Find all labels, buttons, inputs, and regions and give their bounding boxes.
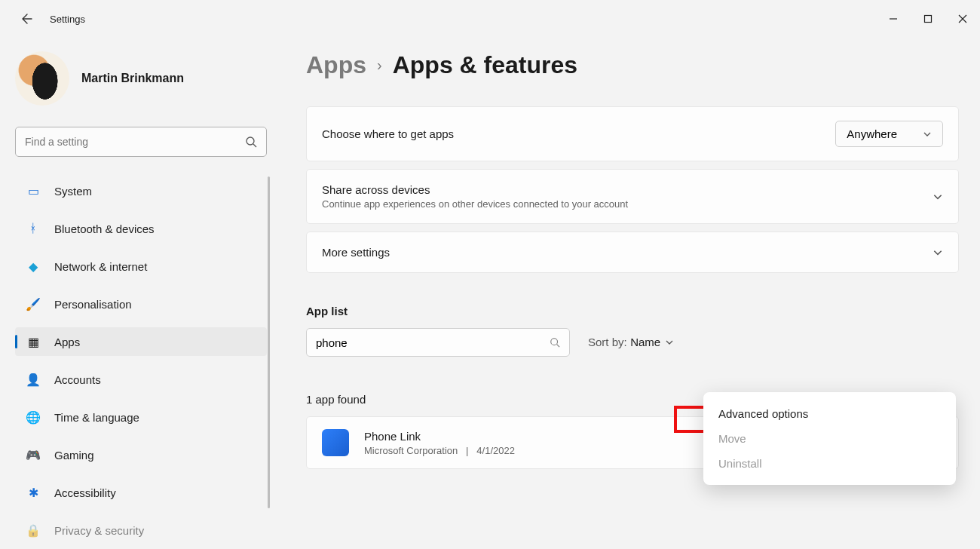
sidebar-item-accounts[interactable]: 👤Accounts bbox=[15, 365, 267, 394]
nav: ▭System ᚼBluetooth & devices ◆Network & … bbox=[15, 176, 267, 544]
menu-item-move: Move bbox=[703, 426, 956, 451]
app-publisher: Microsoft Corporation | 4/1/2022 bbox=[364, 445, 515, 456]
network-icon: ◆ bbox=[26, 259, 41, 274]
chevron-down-icon bbox=[665, 338, 674, 347]
sidebar-item-label: Accounts bbox=[54, 373, 101, 386]
brush-icon: 🖌️ bbox=[26, 296, 41, 311]
sort-label: Sort by: bbox=[588, 336, 627, 348]
breadcrumb: Apps › Apps & features bbox=[306, 51, 959, 79]
close-icon bbox=[958, 14, 967, 23]
minimize-button[interactable] bbox=[876, 7, 911, 31]
accounts-icon: 👤 bbox=[26, 372, 41, 387]
sidebar-item-label: Bluetooth & devices bbox=[54, 222, 155, 235]
card-choose-where: Choose where to get apps Anywhere bbox=[306, 106, 959, 161]
sidebar-item-label: Personalisation bbox=[54, 298, 132, 311]
app-name: Phone Link bbox=[364, 430, 515, 443]
titlebar: Settings bbox=[0, 0, 980, 38]
close-button[interactable] bbox=[945, 7, 980, 31]
user-profile[interactable]: Martin Brinkmann bbox=[15, 51, 267, 106]
app-search[interactable] bbox=[306, 328, 570, 357]
sort-value[interactable]: Name bbox=[630, 336, 674, 348]
sidebar-item-label: Apps bbox=[54, 336, 80, 348]
context-menu: Advanced options Move Uninstall bbox=[703, 392, 956, 485]
maximize-button[interactable] bbox=[911, 7, 945, 31]
sidebar-item-network[interactable]: ◆Network & internet bbox=[15, 252, 267, 281]
sidebar-item-label: System bbox=[54, 185, 92, 198]
sidebar-item-accessibility[interactable]: ✱Accessibility bbox=[15, 478, 267, 507]
dropdown-value: Anywhere bbox=[847, 127, 897, 140]
sidebar-item-label: Accessibility bbox=[54, 486, 116, 499]
menu-item-advanced-options[interactable]: Advanced options bbox=[703, 401, 956, 426]
chevron-down-icon bbox=[923, 130, 932, 139]
minimize-icon bbox=[889, 14, 898, 23]
system-icon: ▭ bbox=[26, 183, 41, 198]
scrollbar[interactable] bbox=[268, 176, 270, 508]
lock-icon: 🔒 bbox=[26, 523, 41, 538]
chevron-down-icon bbox=[933, 192, 943, 202]
sidebar-item-label: Time & language bbox=[54, 411, 139, 424]
chevron-right-icon: › bbox=[377, 57, 382, 74]
sidebar-item-gaming[interactable]: 🎮Gaming bbox=[15, 440, 267, 469]
list-controls: Sort by: Name bbox=[306, 328, 959, 357]
accessibility-icon: ✱ bbox=[26, 485, 41, 500]
sidebar-item-label: Network & internet bbox=[54, 260, 147, 273]
find-setting-search[interactable] bbox=[15, 127, 267, 157]
phone-link-icon bbox=[322, 429, 349, 456]
app-search-input[interactable] bbox=[316, 336, 550, 349]
avatar bbox=[15, 51, 69, 106]
choose-where-dropdown[interactable]: Anywhere bbox=[835, 121, 943, 147]
card-subtitle: Continue app experiences on other device… bbox=[322, 198, 628, 210]
sidebar-item-system[interactable]: ▭System bbox=[15, 176, 267, 205]
back-button[interactable] bbox=[15, 7, 39, 31]
svg-rect-0 bbox=[925, 16, 932, 23]
menu-item-uninstall: Uninstall bbox=[703, 451, 956, 476]
sidebar-item-label: Privacy & security bbox=[54, 524, 144, 537]
svg-point-1 bbox=[247, 137, 254, 145]
page-title: Apps & features bbox=[393, 51, 577, 79]
card-share-devices[interactable]: Share across devices Continue app experi… bbox=[306, 169, 959, 224]
search-icon bbox=[550, 337, 560, 348]
bluetooth-icon: ᚼ bbox=[26, 221, 41, 236]
sidebar-item-time-language[interactable]: 🌐Time & language bbox=[15, 403, 267, 431]
sidebar-item-privacy[interactable]: 🔒Privacy & security bbox=[15, 516, 267, 544]
card-more-settings[interactable]: More settings bbox=[306, 232, 959, 273]
search-icon bbox=[245, 136, 257, 148]
main-content: Apps › Apps & features Choose where to g… bbox=[279, 38, 980, 549]
breadcrumb-parent[interactable]: Apps bbox=[306, 51, 366, 79]
maximize-icon bbox=[923, 14, 933, 23]
user-name: Martin Brinkmann bbox=[81, 72, 184, 85]
sidebar-item-label: Gaming bbox=[54, 449, 94, 462]
arrow-left-icon bbox=[21, 13, 33, 25]
apps-icon: ▦ bbox=[26, 334, 41, 349]
sidebar-item-bluetooth[interactable]: ᚼBluetooth & devices bbox=[15, 214, 267, 243]
svg-point-2 bbox=[551, 339, 558, 345]
window-title: Settings bbox=[50, 14, 85, 25]
clock-icon: 🌐 bbox=[26, 409, 41, 425]
sort-control[interactable]: Sort by: Name bbox=[588, 336, 674, 349]
card-title: More settings bbox=[322, 246, 390, 259]
sidebar-item-personalisation[interactable]: 🖌️Personalisation bbox=[15, 290, 267, 318]
chevron-down-icon bbox=[933, 247, 943, 258]
card-title: Share across devices bbox=[322, 183, 628, 196]
app-list-label: App list bbox=[306, 305, 959, 317]
card-title: Choose where to get apps bbox=[322, 127, 454, 140]
find-setting-input[interactable] bbox=[25, 136, 245, 148]
gamepad-icon: 🎮 bbox=[26, 447, 41, 462]
sidebar-item-apps[interactable]: ▦Apps bbox=[15, 327, 267, 356]
sidebar: Martin Brinkmann ▭System ᚼBluetooth & de… bbox=[0, 38, 279, 549]
window-controls bbox=[876, 7, 980, 31]
